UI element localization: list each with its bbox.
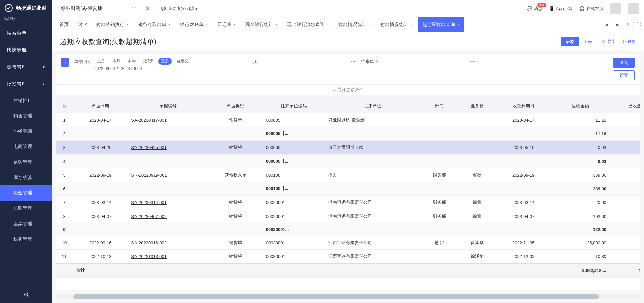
date-chip[interactable]: 近7天 xyxy=(141,58,156,65)
doc-link[interactable]: SA-20220916-002 xyxy=(131,240,167,245)
headset-icon: 🎧 xyxy=(579,6,585,11)
query-button[interactable]: 查询 xyxy=(613,58,635,68)
table-row[interactable]: 2 000005【... 11.16 0.00 xyxy=(56,127,640,141)
sidebar-sub-item[interactable]: 发票管理 xyxy=(0,216,52,232)
view-table-button[interactable]: 表格 xyxy=(561,37,579,46)
doc-link[interactable]: SA-20230314-001 xyxy=(131,200,167,205)
close-icon[interactable]: × xyxy=(233,22,236,27)
app-label: App下载 xyxy=(556,6,573,12)
filter-bar: › 单据日期 上月本月本年近7天更多自定义 2022-06-06 至 2023-… xyxy=(56,54,640,84)
tab-prev-button[interactable]: ◀ xyxy=(601,19,612,30)
service-button[interactable]: 🎧 在线客服 xyxy=(579,6,604,12)
table-row[interactable]: 11 2022-10-13 SA-20221013-001 销货单 000300… xyxy=(56,250,640,264)
date-chip[interactable]: 本月 xyxy=(110,58,123,65)
export-button[interactable]: ⇱ 导出 xyxy=(602,39,616,45)
fullscreen-icon[interactable]: ⛶ xyxy=(633,19,644,30)
sidebar-item[interactable]: 搜索菜单 xyxy=(0,24,52,42)
sidebar-item[interactable]: 批发管理▲ xyxy=(0,76,52,93)
refresh-button[interactable]: ↻ 刷新 xyxy=(622,39,636,45)
close-icon[interactable]: × xyxy=(327,22,329,27)
doc-link[interactable]: SA-20230417-001 xyxy=(131,118,167,123)
tab-close-all-button[interactable]: ✕ xyxy=(623,19,633,30)
tab-next-button[interactable]: ▶ xyxy=(612,19,623,30)
tab[interactable]: 付款核销执行× xyxy=(92,17,133,32)
partner-input[interactable]: ••• xyxy=(381,58,475,66)
table-header: 单据类型 xyxy=(208,99,263,113)
date-range: 2022-06-06 至 2023-06-06 xyxy=(94,66,191,72)
close-icon[interactable]: × xyxy=(369,22,371,27)
sidebar-settings-icon[interactable]: ⚙ xyxy=(0,286,52,303)
messages-button[interactable]: 💬 消息 99+ xyxy=(527,6,542,12)
app-download-button[interactable]: 📱 App下载 xyxy=(549,6,573,12)
sidebar: 畅捷通好业财 标准版 搜索菜单快捷导航零售管理▼批发管理▲营销推广销售管理小畅电… xyxy=(0,0,52,303)
tab[interactable]: 银行存取款单× xyxy=(133,17,175,32)
date-chip[interactable]: 上月 xyxy=(94,58,108,65)
mobile-icon: 📱 xyxy=(549,6,554,11)
table-settings-header[interactable]: ⚙ xyxy=(56,99,73,113)
avatar[interactable] xyxy=(610,3,621,14)
table-row[interactable]: 6 000100【... 339.00 xyxy=(56,182,640,196)
tab[interactable]: 日记账× xyxy=(213,17,240,32)
sidebar-sub-item[interactable]: 资金管理 xyxy=(0,185,52,201)
demo-link[interactable]: 📢 我要看实例演示 xyxy=(161,6,199,12)
close-icon[interactable]: × xyxy=(126,22,129,27)
table-header: 应收金额 xyxy=(551,99,610,113)
close-icon[interactable]: × xyxy=(206,22,208,27)
doc-link[interactable]: SR-20220919-001 xyxy=(131,173,167,178)
tab[interactable]: 首页 xyxy=(55,17,73,32)
sidebar-sub-item[interactable]: 销售管理 xyxy=(0,108,52,124)
tab[interactable]: 现金银行流水查询× xyxy=(282,17,334,32)
store-input[interactable]: ••• xyxy=(262,58,356,66)
tab[interactable]: 讨 × xyxy=(73,17,92,32)
table-row[interactable]: 1 2023-04-17 SA-20230417-001 销货单 000005 … xyxy=(56,113,640,127)
tab[interactable]: 收款情况统计× xyxy=(334,17,376,32)
close-icon[interactable]: × xyxy=(457,22,460,27)
table-row[interactable]: 7 2023-03-14 SA-20230314-001 销货单 0002000… xyxy=(56,196,640,209)
sidebar-item[interactable]: 快捷导航 xyxy=(0,42,52,59)
expand-filters-button[interactable]: ⌄ 展开更多条件 xyxy=(56,84,640,95)
table-row[interactable]: 10 2022-09-16 SA-20220916-002 销货单 000300… xyxy=(56,236,640,250)
horizontal-scrollbar[interactable] xyxy=(56,294,640,299)
table-row[interactable]: 5 2022-09-19 SR-20220919-001 其他收入单 00010… xyxy=(56,168,640,182)
doc-link[interactable]: SA-20221013-001 xyxy=(131,254,167,259)
tab[interactable]: 付款情况统计× xyxy=(376,17,418,32)
view-chart-button[interactable]: 图表 xyxy=(579,37,596,46)
sidebar-sub-item[interactable]: 税务管理 xyxy=(0,232,52,247)
date-chip[interactable]: 更多 xyxy=(158,58,172,65)
avatar-secondary[interactable] xyxy=(628,3,639,14)
sidebar-sub-item[interactable]: 库存核算 xyxy=(0,170,52,185)
date-chip[interactable]: 本年 xyxy=(125,58,139,65)
sidebar-sub-item[interactable]: 总账管理 xyxy=(0,201,52,216)
table-row[interactable]: 9 00020001... 122.00 0.00 xyxy=(56,223,640,236)
date-filter-label: 单据日期 xyxy=(74,58,92,65)
close-icon[interactable]: × xyxy=(275,22,278,27)
sidebar-item[interactable]: 零售管理▼ xyxy=(0,59,52,76)
page-title: 超期应收款查询(欠款超期清单) xyxy=(60,37,156,46)
collapse-filter-button[interactable]: › xyxy=(61,58,69,67)
doc-link[interactable]: SA-20230407-002 xyxy=(131,214,167,219)
tab[interactable]: 超期应收款查询× xyxy=(418,17,464,32)
org-selector[interactable]: 好业财测试-量勿删 ﹀ xyxy=(57,3,140,14)
gear-icon[interactable]: ⚙ xyxy=(145,5,150,12)
topbar: 好业财测试-量勿删 ﹀ ⚙ 📢 我要看实例演示 💬 消息 99+ 📱 App下载 xyxy=(52,0,644,17)
service-label: 在线客服 xyxy=(586,6,604,12)
message-icon: 💬 xyxy=(527,6,532,11)
settings-button[interactable]: 设置 xyxy=(613,70,635,80)
table-row[interactable]: 8 2023-04-07 SA-20230407-002 销货单 0002000… xyxy=(56,209,640,223)
close-icon[interactable]: × xyxy=(168,22,171,27)
sidebar-sub-item[interactable]: 电商管理 xyxy=(0,139,52,155)
demo-text: 我要看实例演示 xyxy=(168,6,199,12)
date-chip[interactable]: 自定义 xyxy=(174,58,191,65)
edition-label: 标准版 xyxy=(0,16,52,24)
sidebar-sub-item[interactable]: 小畅电商 xyxy=(0,124,52,139)
tab[interactable]: 银行对账单× xyxy=(175,17,213,32)
table-row[interactable]: 4 000006【... 0.93 0.00 xyxy=(56,155,640,168)
scrollbar-thumb[interactable] xyxy=(73,294,599,299)
tab[interactable]: 现金银行统计× xyxy=(240,17,282,32)
close-icon[interactable]: × xyxy=(411,22,413,27)
table-header: 部门 xyxy=(421,99,458,113)
sidebar-sub-item[interactable]: 营销推广 xyxy=(0,93,52,108)
doc-link[interactable]: SA-20230425-001 xyxy=(131,145,167,150)
sidebar-sub-item[interactable]: 采购管理 xyxy=(0,155,52,170)
table-row[interactable]: 3 2023-04-25 SA-20230425-001 销货单 000006 … xyxy=(56,141,640,155)
